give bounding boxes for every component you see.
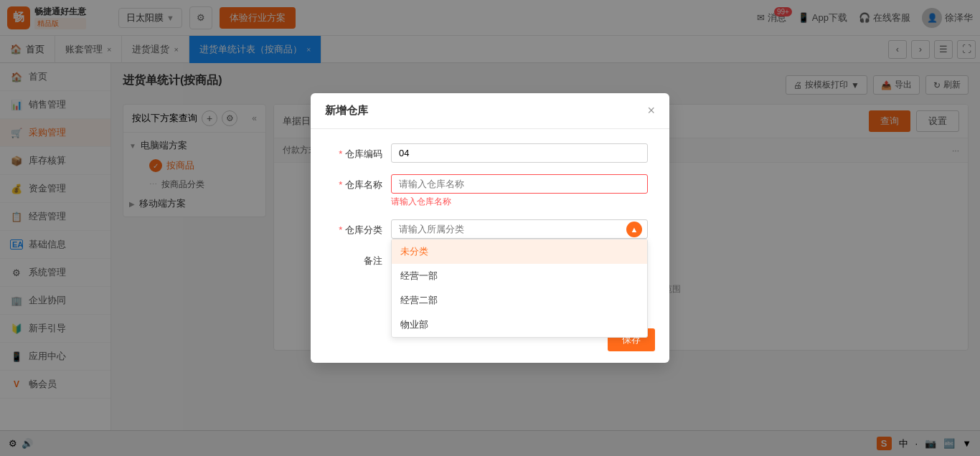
- code-label: 仓库编码: [332, 143, 382, 161]
- code-input[interactable]: [391, 143, 648, 163]
- new-warehouse-modal: 新增仓库 × 仓库编码 仓库名称 请输入仓库名称 仓库分类 ▲: [311, 93, 669, 363]
- name-input[interactable]: [391, 174, 648, 194]
- category-label: 仓库分类: [332, 219, 382, 237]
- category-control: ▲ 未分类 经营一部 经营二部 物业部: [391, 219, 648, 239]
- name-error-msg: 请输入仓库名称: [391, 196, 648, 208]
- name-label: 仓库名称: [332, 174, 382, 191]
- category-input[interactable]: [391, 219, 648, 239]
- modal-body: 仓库编码 仓库名称 请输入仓库名称 仓库分类 ▲ 未分类: [311, 129, 669, 321]
- category-dropdown: 未分类 经营一部 经营二部 物业部: [391, 239, 648, 338]
- category-arrow-btn[interactable]: ▲: [626, 222, 642, 237]
- code-control: [391, 143, 648, 163]
- modal-header: 新增仓库 ×: [311, 93, 669, 129]
- dropdown-item-dept3[interactable]: 物业部: [392, 313, 647, 337]
- modal-title: 新增仓库: [325, 104, 368, 118]
- note-label: 备注: [332, 250, 382, 267]
- form-row-category: 仓库分类 ▲ 未分类 经营一部 经营二部 物业部: [332, 219, 648, 239]
- dropdown-item-dept1[interactable]: 经营一部: [392, 264, 647, 288]
- dropdown-item-dept2[interactable]: 经营二部: [392, 288, 647, 313]
- dropdown-item-uncategorized[interactable]: 未分类: [392, 239, 647, 264]
- modal-close-btn[interactable]: ×: [647, 103, 655, 118]
- category-select-wrapper: ▲: [391, 219, 648, 239]
- form-row-name: 仓库名称 请输入仓库名称: [332, 174, 648, 208]
- form-row-code: 仓库编码: [332, 143, 648, 163]
- name-control: 请输入仓库名称: [391, 174, 648, 208]
